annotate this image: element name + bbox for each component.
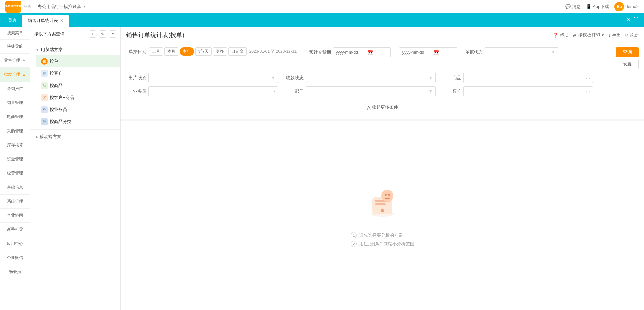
top-bar-right: 💬 消息 📱 App下载 Ea demo2 bbox=[565, 2, 639, 11]
date-btn-last-month[interactable]: 上月 bbox=[149, 47, 163, 56]
department-select[interactable]: ▼ bbox=[306, 86, 435, 96]
message-label: 消息 bbox=[572, 4, 581, 10]
sidebar-item-inventory[interactable]: 库存核算 bbox=[0, 138, 30, 152]
sidebar-item-wholesale[interactable]: 批发管理 ▲ bbox=[0, 68, 30, 82]
sidebar-item-operation[interactable]: 经营管理 bbox=[0, 166, 30, 180]
salesman-select[interactable]: ··· bbox=[148, 86, 278, 96]
print-btn[interactable]: 🖨 按模板打印 ▼ bbox=[573, 32, 605, 38]
expected-date-start-input[interactable] bbox=[336, 50, 366, 55]
window-close-icon[interactable]: ✕ bbox=[626, 17, 631, 23]
tab-sales-stat[interactable]: 销售订单统计表 ✕ bbox=[22, 15, 69, 27]
window-maximize-icon[interactable]: ⛶ bbox=[633, 17, 639, 23]
export-btn[interactable]: ↓ 导出 bbox=[609, 32, 621, 38]
payment-select[interactable]: ▼ bbox=[306, 73, 435, 83]
sidebar-item-system[interactable]: 系统管理 bbox=[0, 195, 30, 209]
left-panel-title: 按以下方案查询 bbox=[34, 31, 65, 37]
help-btn[interactable]: ❓ 帮助 bbox=[553, 32, 569, 38]
sidebar-quicknav[interactable]: 快捷导航 bbox=[0, 40, 30, 54]
scheme-by-order[interactable]: 按 按单 bbox=[36, 55, 120, 67]
sidebar-item-finance[interactable]: 资金管理 bbox=[0, 152, 30, 166]
outbound-select[interactable]: ▼ bbox=[148, 73, 278, 83]
main-layout: 搜索菜单 快捷导航 零售管理 ▼ 批发管理 ▲ 营销推广 销售管理 电商管理 采… bbox=[0, 27, 644, 310]
app-subtitle-area: 标版 bbox=[24, 5, 31, 9]
user-avatar: Ea bbox=[614, 2, 624, 11]
tab-sales-stat-label: 销售订单统计表 bbox=[28, 18, 58, 24]
date-btn-custom[interactable]: 自定义 bbox=[228, 47, 247, 56]
sidebar-item-ecommerce[interactable]: 电商管理 bbox=[0, 110, 30, 124]
tab-home[interactable]: 首页 bbox=[3, 13, 22, 27]
filter-row-1: 单据日期 上月 本月 本年 近7天 更多 自定义 2023-01-01 至 20… bbox=[126, 47, 639, 69]
sidebar-item-purchase[interactable]: 采购管理 bbox=[0, 124, 30, 138]
sidebar-search[interactable]: 搜索菜单 bbox=[0, 27, 30, 40]
sidebar-item-appstore[interactable]: 应用中心 bbox=[0, 237, 30, 251]
app-download-btn[interactable]: 📱 App下载 bbox=[586, 4, 609, 10]
sidebar-item-marketing[interactable]: 营销推广 bbox=[0, 82, 30, 96]
status-filter-block: 单据状态 ▼ bbox=[463, 47, 610, 57]
scheme-by-customer[interactable]: 客 按客户 bbox=[36, 67, 120, 80]
scheme-by-salesman[interactable]: 务 按业务员 bbox=[36, 104, 120, 116]
sidebar-item-sales[interactable]: 销售管理 bbox=[0, 96, 30, 110]
user-menu[interactable]: Ea demo2 bbox=[614, 2, 639, 11]
basic-label: 基础信息 bbox=[7, 185, 23, 190]
sidebar-item-retail[interactable]: 零售管理 ▼ bbox=[0, 54, 30, 68]
customer-dots-icon[interactable]: ··· bbox=[586, 89, 590, 94]
date-btn-this-year[interactable]: 本年 bbox=[180, 47, 194, 56]
customer-label: 客户 bbox=[441, 88, 461, 94]
tab-bar: 首页 销售订单统计表 ✕ ✕ ⛶ bbox=[0, 13, 644, 27]
collapse-panel-btn[interactable]: « bbox=[109, 30, 116, 38]
mobile-section-header[interactable]: ▶ 移动端方案 bbox=[30, 131, 120, 142]
customer-select[interactable]: ··· bbox=[463, 86, 593, 96]
pc-section-header[interactable]: ▼ 电脑端方案 bbox=[30, 44, 120, 55]
status-label: 单据状态 bbox=[463, 49, 483, 55]
date-dash: — bbox=[393, 50, 397, 55]
expected-date-start[interactable]: 📅 bbox=[333, 47, 391, 57]
edit-scheme-btn[interactable]: ✎ bbox=[99, 30, 106, 38]
export-icon: ↓ bbox=[609, 33, 611, 38]
tab-spacer bbox=[69, 13, 624, 27]
pc-expand-icon: ▼ bbox=[36, 48, 39, 52]
add-scheme-btn[interactable]: + bbox=[89, 30, 96, 38]
sidebar-item-newbie[interactable]: 新手引导 bbox=[0, 223, 30, 237]
product-select[interactable]: ··· bbox=[463, 73, 593, 83]
salesman-dots-icon[interactable]: ··· bbox=[271, 89, 275, 94]
product-filter-block: 商品 ··· bbox=[441, 73, 593, 83]
expected-date-end-input[interactable] bbox=[402, 50, 432, 55]
empty-step-2: 2 用[过滤]条件来缩小分析范围 bbox=[351, 241, 414, 247]
date-btn-more[interactable]: 更多 bbox=[213, 47, 227, 56]
scheme-by-product[interactable]: 品 按商品 bbox=[36, 80, 120, 92]
scheme-by-cust-prod[interactable]: 客 按客户+商品 bbox=[36, 92, 120, 104]
expected-date-end[interactable]: 📅 bbox=[399, 47, 457, 57]
sidebar-item-member[interactable]: 畅会员 bbox=[0, 265, 30, 279]
query-btn[interactable]: 查询 bbox=[616, 47, 639, 57]
appstore-label: 应用中心 bbox=[7, 241, 23, 247]
calendar-start-icon[interactable]: 📅 bbox=[368, 50, 373, 55]
action-buttons: 查询 设置 bbox=[616, 47, 639, 69]
collapse-filters-btn[interactable]: ⋀ 收起更多条件 bbox=[367, 102, 398, 112]
help-icon: ❓ bbox=[553, 33, 558, 38]
finance-label: 资金管理 bbox=[7, 156, 23, 162]
filter-row-3: 业务员 ··· 部门 ▼ 客户 bbox=[126, 86, 639, 96]
wholesale-label: 批发管理 bbox=[4, 72, 20, 78]
pc-scheme-items: 按 按单 客 按客户 品 按商品 bbox=[30, 55, 120, 128]
payment-dropdown-icon: ▼ bbox=[429, 75, 433, 80]
logo-text: 畅捷通好生意 bbox=[5, 5, 21, 8]
print-label: 按模板打印 bbox=[578, 32, 600, 38]
settings-btn[interactable]: 设置 bbox=[616, 59, 639, 69]
payment-filter-block: 收款状态 ▼ bbox=[283, 73, 435, 83]
status-select[interactable]: ▼ bbox=[485, 47, 558, 57]
sidebar-item-wechat[interactable]: 企业微信 bbox=[0, 251, 30, 265]
print-icon: 🖨 bbox=[573, 33, 577, 38]
collapse-up-icon: ⋀ bbox=[367, 105, 371, 110]
message-btn[interactable]: 💬 消息 bbox=[565, 4, 581, 10]
sidebar-item-enterprise[interactable]: 企业协同 bbox=[0, 209, 30, 223]
tab-close-btn[interactable]: ✕ bbox=[60, 18, 63, 23]
calendar-end-icon[interactable]: 📅 bbox=[434, 50, 439, 55]
date-btn-this-month[interactable]: 本月 bbox=[164, 47, 178, 56]
date-btn-7days[interactable]: 近7天 bbox=[195, 47, 212, 56]
refresh-btn[interactable]: ↺ 刷新 bbox=[625, 32, 639, 38]
dropdown-area[interactable]: 办公用品行业模拟账套 ▼ bbox=[38, 4, 86, 10]
sidebar-item-basic[interactable]: 基础信息 bbox=[0, 180, 30, 195]
product-dots-icon[interactable]: ··· bbox=[586, 75, 590, 81]
scheme-by-category[interactable]: 类 按商品分类 bbox=[36, 116, 120, 128]
step1-num: 1 bbox=[351, 232, 357, 238]
